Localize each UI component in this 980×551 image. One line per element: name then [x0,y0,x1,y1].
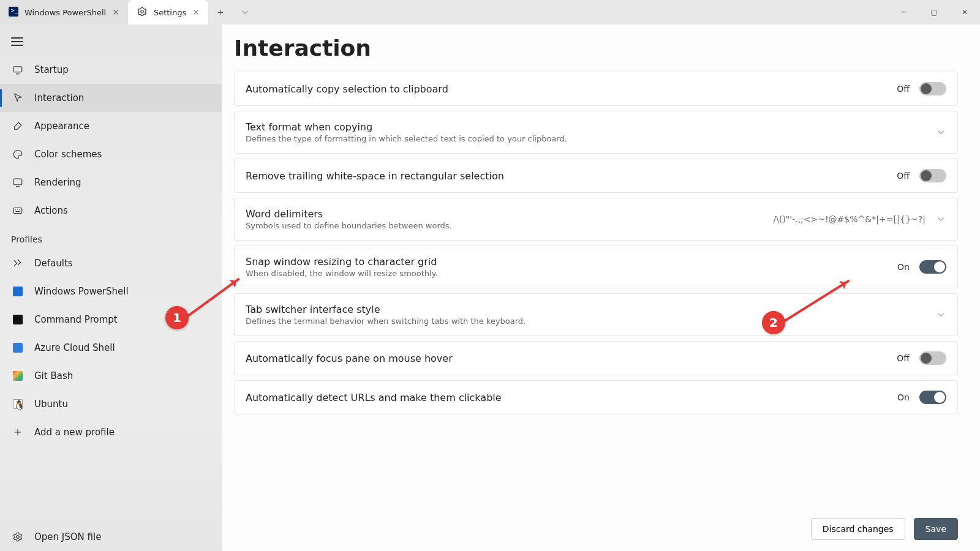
powershell-icon [11,287,24,296]
window-controls: ─ ▢ ✕ [888,0,980,24]
setting-tab-switcher[interactable]: Tab switcher interface style Defines the… [234,293,958,336]
hamburger-button[interactable] [0,31,222,56]
settings-list: Automatically copy selection to clipboar… [222,72,980,508]
tab-label: Settings [154,8,186,17]
cmd-icon [11,315,24,324]
startup-icon [11,64,24,75]
tab-dropdown-button[interactable] [233,0,257,24]
gear-icon [11,531,24,542]
sidebar-item-label: Open JSON file [34,531,101,542]
gear-icon [137,6,148,19]
sidebar-item-defaults[interactable]: Defaults [0,249,222,277]
setting-title: Text format when copying [246,121,925,133]
sidebar-item-label: Azure Cloud Shell [34,342,115,353]
setting-title: Word delimiters [246,208,764,220]
sidebar-item-label: Command Prompt [34,314,118,325]
toggle-remove-whitespace[interactable] [919,169,946,182]
tab-settings[interactable]: Settings ✕ [128,0,208,24]
titlebar: >_ Windows PowerShell ✕ Settings ✕ ＋ ─ ▢… [0,0,980,24]
git-icon [11,371,24,381]
footer: Discard changes Save [222,508,980,551]
page-title: Interaction [222,24,980,72]
close-icon[interactable]: ✕ [192,7,200,17]
toggle-snap-grid[interactable] [919,260,946,274]
sidebar-item-label: Add a new profile [34,427,115,438]
toggle-state: Off [897,171,910,181]
powershell-icon: >_ [9,7,18,18]
brush-icon [11,121,24,132]
main-pane: Interaction Automatically copy selection… [222,24,980,551]
sidebar-item-cmd[interactable]: Command Prompt [0,305,222,334]
minimize-button[interactable]: ─ [888,0,919,24]
ubuntu-icon: 🐧 [11,399,24,409]
monitor-icon [11,177,24,188]
setting-desc: Defines the type of formatting in which … [246,134,925,143]
setting-value: /\()"'-.,;<>~!@#$%^&*|+=[]{}~?| [774,214,926,224]
svg-point-0 [141,10,144,13]
svg-rect-1 [13,67,22,72]
sidebar-item-ubuntu[interactable]: 🐧 Ubuntu [0,390,222,418]
setting-text-format[interactable]: Text format when copying Defines the typ… [234,111,958,154]
setting-desc: When disabled, the window will resize sm… [246,269,888,278]
defaults-icon [11,258,24,269]
sidebar-item-label: Interaction [34,92,84,103]
palette-icon [11,149,24,160]
chevron-down-icon [935,309,946,320]
setting-desc: Symbols used to define boundaries betwee… [246,221,764,230]
setting-word-delimiters[interactable]: Word delimiters Symbols used to define b… [234,198,958,241]
sidebar-item-open-json[interactable]: Open JSON file [0,523,222,551]
plus-icon [11,427,24,438]
toggle-state: On [897,392,910,402]
sidebar-item-label: Startup [34,64,69,75]
setting-title: Automatically copy selection to clipboar… [246,83,887,95]
sidebar-item-wpshell[interactable]: Windows PowerShell [0,277,222,305]
chevron-down-icon [935,214,946,225]
sidebar-item-rendering[interactable]: Rendering [0,168,222,197]
sidebar-item-interaction[interactable]: Interaction [0,84,222,112]
sidebar-item-appearance[interactable]: Appearance [0,112,222,140]
toggle-state: On [897,262,910,272]
sidebar-item-colorschemes[interactable]: Color schemes [0,140,222,168]
toggle-copy-clipboard[interactable] [919,82,946,96]
svg-rect-3 [13,208,22,214]
setting-remove-whitespace[interactable]: Remove trailing white-space in rectangul… [234,159,958,193]
sidebar-item-label: Windows PowerShell [34,286,129,297]
sidebar-item-actions[interactable]: Actions [0,197,222,225]
setting-snap-grid[interactable]: Snap window resizing to character grid W… [234,246,958,288]
sidebar-item-label: Appearance [34,121,89,132]
setting-title: Snap window resizing to character grid [246,256,888,268]
sidebar-item-label: Actions [34,205,68,216]
azure-icon [11,343,24,353]
maximize-button[interactable]: ▢ [919,0,949,24]
setting-title: Remove trailing white-space in rectangul… [246,170,887,182]
toggle-state: Off [897,84,910,94]
sidebar-item-label: Color schemes [34,149,102,160]
sidebar-item-git[interactable]: Git Bash [0,362,222,390]
close-icon[interactable]: ✕ [112,7,119,17]
setting-title: Tab switcher interface style [246,304,925,315]
sidebar-item-label: Ubuntu [34,399,68,410]
sidebar-item-azure[interactable]: Azure Cloud Shell [0,334,222,362]
sidebar: Startup Interaction Appearance Color sch… [0,24,222,551]
toggle-state: Off [897,353,910,363]
setting-copy-clipboard[interactable]: Automatically copy selection to clipboar… [234,72,958,106]
toggle-detect-urls[interactable] [919,391,946,404]
sidebar-item-label: Git Bash [34,370,73,381]
svg-rect-2 [13,179,22,185]
discard-button[interactable]: Discard changes [811,518,905,540]
setting-focus-hover[interactable]: Automatically focus pane on mouse hover … [234,341,958,375]
setting-desc: Defines the terminal behavior when switc… [246,317,925,326]
keyboard-icon [11,205,24,216]
sidebar-item-add-profile[interactable]: Add a new profile [0,418,222,446]
save-button[interactable]: Save [914,518,958,540]
new-tab-button[interactable]: ＋ [208,0,233,24]
tab-powershell[interactable]: >_ Windows PowerShell ✕ [0,0,128,24]
toggle-focus-hover[interactable] [919,351,946,365]
svg-point-4 [17,536,20,539]
close-window-button[interactable]: ✕ [949,0,980,24]
setting-detect-urls[interactable]: Automatically detect URLs and make them … [234,380,958,414]
hamburger-icon [11,37,23,46]
sidebar-item-startup[interactable]: Startup [0,56,222,84]
profiles-header: Profiles [0,225,222,249]
sidebar-item-label: Rendering [34,177,81,188]
